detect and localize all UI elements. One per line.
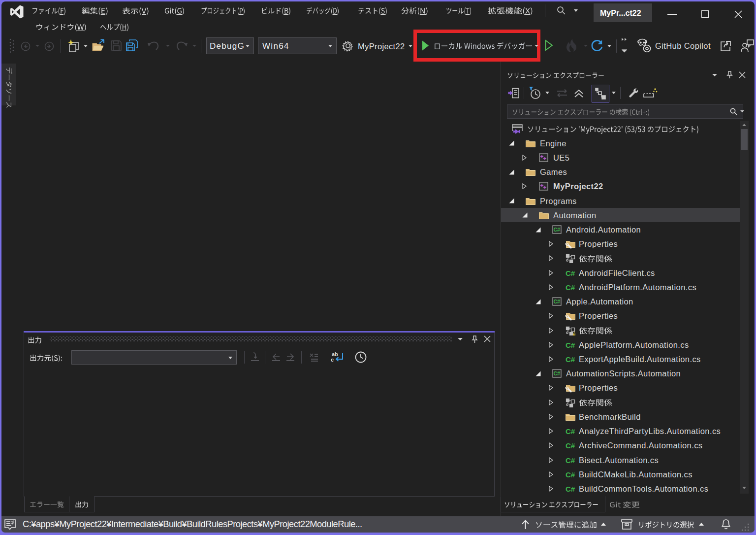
- svg-text:C#: C#: [566, 355, 575, 363]
- svg-text:C#: C#: [566, 269, 575, 277]
- svg-text:C#: C#: [566, 441, 575, 449]
- svg-text:C#: C#: [553, 370, 560, 376]
- svg-text:C#: C#: [566, 470, 575, 478]
- svg-text:C#: C#: [566, 485, 575, 493]
- svg-text:C#: C#: [566, 283, 575, 291]
- svg-text:c: c: [331, 357, 334, 363]
- svg-text:C#: C#: [566, 456, 575, 464]
- svg-text:C#: C#: [566, 427, 575, 435]
- svg-text:C#: C#: [553, 299, 560, 304]
- svg-text:C#: C#: [566, 341, 575, 349]
- svg-text:C#: C#: [553, 227, 560, 233]
